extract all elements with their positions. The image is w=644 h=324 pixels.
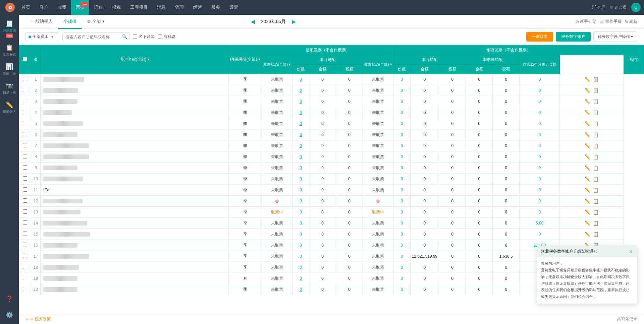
sidebar-item-open-invoice[interactable]: 📋 发票开具 xyxy=(1,41,18,60)
edit-btn[interactable]: ✏️ xyxy=(584,187,591,193)
nav-item-business[interactable]: 工商项目 xyxy=(125,0,152,15)
user-avatar[interactable]: U xyxy=(631,3,641,12)
checkbox-label-taxdisk[interactable]: 有税盘 xyxy=(158,34,176,40)
copy-btn[interactable]: 📋 xyxy=(592,131,599,138)
nav-item-settings[interactable]: 设置 xyxy=(225,0,243,15)
manual-btn[interactable]: 📖 操作手册 xyxy=(599,19,622,24)
tax-policy-link[interactable]: ⊙ ⊙ 税务政策 xyxy=(25,316,51,322)
row-checkbox[interactable] xyxy=(23,198,27,203)
copy-btn[interactable]: 📋 xyxy=(592,220,599,226)
row-checkbox[interactable] xyxy=(23,121,27,125)
edit-btn[interactable]: ✏️ xyxy=(584,209,591,215)
row-checkbox[interactable] xyxy=(23,110,27,114)
copy-btn[interactable]: 📋 xyxy=(592,109,599,116)
settings-col-icon[interactable]: ⚙ xyxy=(34,57,38,62)
tab-small[interactable]: 小规模 xyxy=(58,15,82,29)
row-checkbox[interactable] xyxy=(23,287,27,291)
search-button[interactable]: 🔍 xyxy=(122,34,127,39)
row-checkbox[interactable] xyxy=(23,154,27,158)
tab-all[interactable]: ⊕ 全能 ▾ xyxy=(82,15,110,29)
row-checkbox[interactable] xyxy=(23,254,27,258)
employee-select[interactable]: 全部员工 ▾ xyxy=(25,32,59,41)
row-checkbox[interactable] xyxy=(23,88,27,92)
row-checkbox[interactable] xyxy=(23,265,27,269)
copy-btn[interactable]: 📋 xyxy=(592,176,599,182)
checkbox-taxdisk[interactable] xyxy=(158,35,162,39)
table-row: 8████████████████季未取票000未取票000000 ✏️ 📋 xyxy=(19,151,644,163)
date-next-btn[interactable]: ▶ xyxy=(290,18,298,26)
edit-btn[interactable]: ✏️ xyxy=(584,165,591,171)
copy-btn[interactable]: 📋 xyxy=(592,120,599,127)
edit-btn[interactable]: ✏️ xyxy=(584,153,591,160)
edit-btn[interactable]: ✏️ xyxy=(584,231,591,238)
edit-btn[interactable]: ✏️ xyxy=(584,198,591,204)
row-checkbox[interactable] xyxy=(23,232,27,236)
sidebar-item-smart-invoice[interactable]: 🧾 智能取票 new xyxy=(1,17,18,41)
copy-btn[interactable]: 📋 xyxy=(592,153,599,160)
nav-item-bookkeep[interactable]: 记账 xyxy=(89,0,107,15)
tax-digital-btn[interactable]: 税务数字账户 xyxy=(556,32,591,42)
edit-btn[interactable]: ✏️ xyxy=(584,176,591,182)
invoice-new-badge: new xyxy=(80,2,88,7)
nav-item-invoice[interactable]: 票据 new xyxy=(71,0,89,15)
entry-icon: ✏️ xyxy=(6,101,13,109)
row-checkbox[interactable] xyxy=(23,243,27,247)
edit-btn[interactable]: ✏️ xyxy=(584,120,591,127)
guide-btn[interactable]: ⊙ 新手引导 xyxy=(576,19,596,24)
nav-item-message[interactable]: 消息 xyxy=(152,0,170,15)
copy-btn[interactable]: 📋 xyxy=(592,231,599,238)
row-checkbox[interactable] xyxy=(23,143,27,147)
row-checkbox[interactable] xyxy=(23,176,27,181)
nav-item-home[interactable]: 首页 xyxy=(17,0,35,15)
copy-btn[interactable]: 📋 xyxy=(592,165,599,171)
row-checkbox[interactable] xyxy=(23,276,27,280)
checkbox-label-account[interactable]: 名下账套 xyxy=(133,34,155,40)
nav-item-fee[interactable]: 收费 xyxy=(53,0,71,15)
nav-item-manage[interactable]: 管理 xyxy=(170,0,189,15)
refresh-btn[interactable]: ↻ 刷新 xyxy=(625,19,637,24)
copy-btn[interactable]: 📋 xyxy=(592,198,599,204)
tax-digital-ops-btn[interactable]: 税务数字账户操作 ▾ xyxy=(593,31,637,42)
row-checkbox[interactable] xyxy=(23,220,27,225)
filter-bar: 全部员工 ▾ 🔍 名下账套 有税盘 一键取票 税务数字账户 xyxy=(19,29,644,45)
logo[interactable]: ✿ xyxy=(3,0,17,15)
employee-chevron: ▾ xyxy=(51,35,53,39)
sidebar-bottom-settings[interactable]: ⚙️ xyxy=(1,309,18,321)
sidebar-item-summary[interactable]: 📊 票据汇总 xyxy=(1,60,18,79)
date-prev-btn[interactable]: ◀ xyxy=(249,18,257,26)
fullscreen-btn[interactable]: ⛶ 全屏 xyxy=(592,5,605,10)
copy-btn[interactable]: 📋 xyxy=(592,98,599,105)
row-checkbox[interactable] xyxy=(23,132,27,136)
checkbox-account[interactable] xyxy=(133,35,137,39)
search-input[interactable] xyxy=(62,33,129,41)
copy-btn[interactable]: 📋 xyxy=(592,87,599,94)
row-checkbox[interactable] xyxy=(23,209,27,214)
row-checkbox[interactable] xyxy=(23,187,27,192)
copy-btn[interactable]: 📋 xyxy=(592,142,599,149)
sidebar-item-entry[interactable]: ✏️ 票据录入 xyxy=(1,99,18,117)
edit-btn[interactable]: ✏️ xyxy=(584,76,591,83)
copy-btn[interactable]: 📋 xyxy=(592,209,599,215)
nav-item-operation[interactable]: 经营 xyxy=(189,0,207,15)
edit-btn[interactable]: ✏️ xyxy=(584,109,591,116)
edit-btn[interactable]: ✏️ xyxy=(584,142,591,149)
copy-btn[interactable]: 📋 xyxy=(592,76,599,83)
row-checkbox[interactable] xyxy=(23,165,27,170)
copy-btn[interactable]: 📋 xyxy=(592,187,599,193)
edit-btn[interactable]: ✏️ xyxy=(584,87,591,94)
edit-btn[interactable]: ✏️ xyxy=(584,98,591,105)
edit-btn[interactable]: ✏️ xyxy=(584,131,591,138)
sidebar-item-scan[interactable]: 📷 扫描上传 xyxy=(1,79,18,98)
tab-general[interactable]: 一般纳税人 xyxy=(25,15,58,29)
row-checkbox[interactable] xyxy=(23,99,27,103)
nav-item-service[interactable]: 服务 xyxy=(207,0,225,15)
one-key-btn[interactable]: 一键取票 xyxy=(526,32,553,42)
member-btn[interactable]: ♕ 购会员 xyxy=(610,5,627,10)
edit-btn[interactable]: ✏️ xyxy=(584,220,591,226)
nav-item-tax[interactable]: 报税 xyxy=(107,0,125,15)
row-checkbox[interactable] xyxy=(23,77,27,81)
sidebar-bottom-help[interactable]: ❓ xyxy=(1,293,18,305)
notif-close-btn[interactable]: ✕ xyxy=(629,249,633,254)
nav-item-client[interactable]: 客户 xyxy=(35,0,53,15)
select-all-checkbox[interactable] xyxy=(23,57,27,61)
